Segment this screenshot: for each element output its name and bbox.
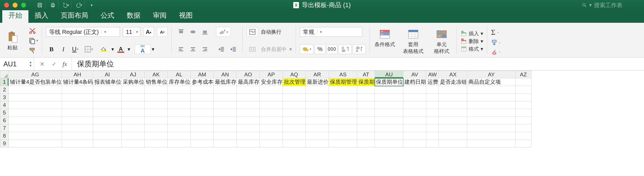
cell-AK3[interactable] <box>145 94 168 101</box>
save-button[interactable] <box>34 1 45 9</box>
cell-AH6[interactable] <box>62 117 93 124</box>
cell-AO5[interactable] <box>237 109 260 117</box>
cell-AT4[interactable] <box>357 101 375 109</box>
italic-button[interactable]: I <box>58 44 69 54</box>
cell-AH5[interactable] <box>62 109 93 117</box>
cell-AP7[interactable] <box>260 124 283 132</box>
cell-AL1[interactable]: 库存单位 <box>168 78 191 86</box>
column-header-AG[interactable]: AG <box>9 71 62 78</box>
cell-AX4[interactable] <box>439 101 467 109</box>
increase-font-button[interactable]: A▴ <box>143 27 154 37</box>
cell-AL9[interactable] <box>168 140 191 148</box>
column-header-AH[interactable]: AH <box>62 71 93 78</box>
cell-AP3[interactable] <box>260 94 283 101</box>
cell-AL7[interactable] <box>168 124 191 132</box>
conditional-formatting-button[interactable]: 条件格式 <box>374 28 396 48</box>
cell-AJ4[interactable] <box>122 101 145 109</box>
cell-AM5[interactable] <box>191 109 214 117</box>
column-header-AW[interactable]: AW <box>426 71 439 78</box>
cell-AK2[interactable] <box>145 86 168 94</box>
cell-AU4[interactable] <box>375 101 403 109</box>
cell-AJ8[interactable] <box>122 132 145 140</box>
cell-AW3[interactable] <box>426 94 439 101</box>
cell-AX9[interactable] <box>439 140 467 148</box>
cell-AY4[interactable] <box>467 101 516 109</box>
cell-AU5[interactable] <box>375 109 403 117</box>
align-right-button[interactable] <box>200 44 210 54</box>
cell-AW7[interactable] <box>426 124 439 132</box>
cell-AX2[interactable] <box>439 86 467 94</box>
font-size-dropdown[interactable]: 11 ▾ <box>123 27 140 37</box>
phonetic-button[interactable]: abcA <box>135 44 151 54</box>
column-header-AV[interactable]: AV <box>403 71 426 78</box>
cell-AU6[interactable] <box>375 117 403 124</box>
autosum-button[interactable]: Σ· <box>491 28 500 37</box>
percent-format-button[interactable]: % <box>315 44 325 54</box>
cell-AV7[interactable] <box>403 124 426 132</box>
row-header-9[interactable]: 9 <box>0 140 9 148</box>
bold-button[interactable]: B <box>46 44 57 54</box>
cell-AS6[interactable] <box>329 117 357 124</box>
cell-AT6[interactable] <box>357 117 375 124</box>
row-header-4[interactable]: 4 <box>0 101 9 109</box>
column-header-AZ[interactable]: AZ <box>516 71 531 78</box>
column-header-AY[interactable]: AY <box>467 71 516 78</box>
cell-AH8[interactable] <box>62 132 93 140</box>
font-name-dropdown[interactable]: 等线 Regular (正文) ▾ <box>46 27 120 37</box>
cell-AM4[interactable] <box>191 101 214 109</box>
cell-AN8[interactable] <box>214 132 237 140</box>
cell-AW5[interactable] <box>426 109 439 117</box>
cell-AI6[interactable] <box>93 117 122 124</box>
ribbon-tab-6[interactable]: 视图 <box>173 9 199 23</box>
cell-AU8[interactable] <box>375 132 403 140</box>
cell-AW2[interactable] <box>426 86 439 94</box>
decrease-indent-button[interactable] <box>216 44 227 54</box>
cell-AP6[interactable] <box>260 117 283 124</box>
cell-AQ5[interactable] <box>283 109 306 117</box>
cell-AX5[interactable] <box>439 109 467 117</box>
cell-AS2[interactable] <box>329 86 357 94</box>
fill-color-button[interactable] <box>97 44 110 54</box>
cell-AZ2[interactable] <box>516 86 531 94</box>
cell-AM2[interactable] <box>191 86 214 94</box>
spreadsheet-grid[interactable]: AGAHAIAJAKALAMANAOAPAQARASATAUAVAWAXAYAZ… <box>0 71 644 148</box>
cell-AI8[interactable] <box>93 132 122 140</box>
cell-AY9[interactable] <box>467 140 516 148</box>
cell-AN1[interactable]: 最低库存 <box>214 78 237 86</box>
cell-AL5[interactable] <box>168 109 191 117</box>
cell-AT3[interactable] <box>357 94 375 101</box>
cell-AR1[interactable]: 最新进价 <box>306 78 329 86</box>
cell-AQ1[interactable]: 批次管理 <box>283 78 306 86</box>
align-middle-button[interactable] <box>188 27 198 37</box>
row-header-2[interactable]: 2 <box>0 86 9 94</box>
cell-AM7[interactable] <box>191 124 214 132</box>
number-format-dropdown[interactable]: 常规 ▾ <box>300 27 362 37</box>
cell-AS7[interactable] <box>329 124 357 132</box>
cell-AP1[interactable]: 安全库存 <box>260 78 283 86</box>
cell-AR7[interactable] <box>306 124 329 132</box>
align-bottom-button[interactable] <box>200 27 210 37</box>
cell-AM1[interactable]: 参考成本 <box>191 78 214 86</box>
cell-AY3[interactable] <box>467 94 516 101</box>
cell-AM3[interactable] <box>191 94 214 101</box>
column-header-AP[interactable]: AP <box>260 71 283 78</box>
merge-center-button[interactable]: 合并后居中 ▾ <box>247 44 292 54</box>
sheet-search-input[interactable] <box>594 2 639 9</box>
cell-AU3[interactable] <box>375 94 403 101</box>
cell-AV1[interactable]: 建档日期 <box>403 78 426 86</box>
cell-AW4[interactable] <box>426 101 439 109</box>
row-header-5[interactable]: 5 <box>0 109 9 117</box>
cell-AI7[interactable] <box>93 124 122 132</box>
column-header-AM[interactable]: AM <box>191 71 214 78</box>
cell-AV9[interactable] <box>403 140 426 148</box>
cell-AX6[interactable] <box>439 117 467 124</box>
cell-AH3[interactable] <box>62 94 93 101</box>
cell-AJ9[interactable] <box>122 140 145 148</box>
cell-AT8[interactable] <box>357 132 375 140</box>
cell-AM6[interactable] <box>191 117 214 124</box>
cell-AN5[interactable] <box>214 109 237 117</box>
cell-AN6[interactable] <box>214 117 237 124</box>
column-header-AO[interactable]: AO <box>237 71 260 78</box>
column-header-AT[interactable]: AT <box>357 71 375 78</box>
cell-AO4[interactable] <box>237 101 260 109</box>
